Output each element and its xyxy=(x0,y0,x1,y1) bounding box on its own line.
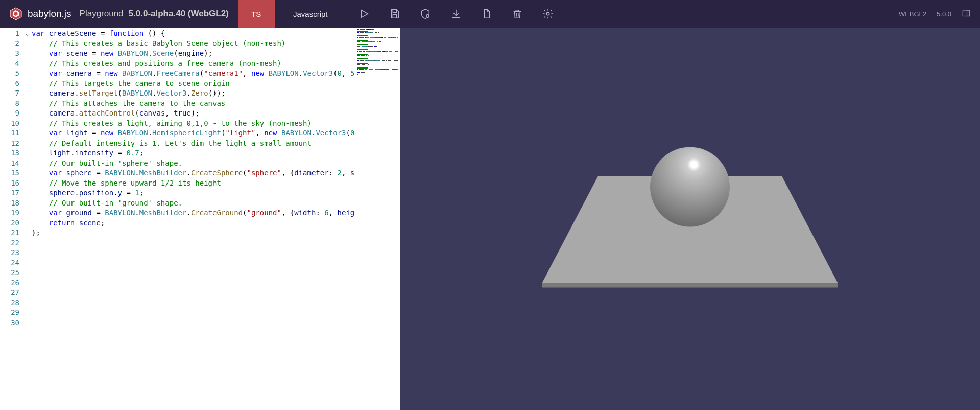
svg-rect-6 xyxy=(963,11,970,16)
app-header: babylon.js Playground 5.0.0-alpha.40 (We… xyxy=(0,0,980,28)
clear-icon[interactable] xyxy=(512,8,523,19)
svg-point-5 xyxy=(546,12,549,15)
svg-marker-9 xyxy=(542,283,838,287)
toolbar xyxy=(358,8,554,19)
settings-icon[interactable] xyxy=(542,8,554,19)
playground-label: Playground xyxy=(80,9,124,19)
tab-javascript[interactable]: Javascript xyxy=(275,0,346,28)
inspector-icon[interactable] xyxy=(420,8,431,19)
main: 1234567891011121314151617181920212223242… xyxy=(0,28,980,410)
brand-text: babylon.js xyxy=(28,8,71,19)
devtools-icon[interactable] xyxy=(962,9,971,18)
version-label: 5.0.0-alpha.40 (WebGL2) xyxy=(129,9,229,19)
babylon-logo-icon xyxy=(9,7,22,20)
svg-rect-7 xyxy=(967,11,970,16)
header-right: WEBGL2 5.0.0 xyxy=(899,9,980,18)
version-short: 5.0.0 xyxy=(937,10,951,18)
run-icon[interactable] xyxy=(358,8,370,19)
fold-column: ⌄ xyxy=(22,28,32,410)
webgl-badge: WEBGL2 xyxy=(899,10,926,18)
tab-typescript[interactable]: TS xyxy=(238,0,275,28)
code-editor[interactable]: 1234567891011121314151617181920212223242… xyxy=(0,28,400,410)
download-icon[interactable] xyxy=(450,8,462,19)
scene-sphere xyxy=(650,147,730,227)
svg-marker-3 xyxy=(361,10,368,18)
minimap[interactable] xyxy=(355,28,400,410)
line-gutter: 1234567891011121314151617181920212223242… xyxy=(0,28,22,410)
logo-section: babylon.js Playground 5.0.0-alpha.40 (We… xyxy=(0,0,238,28)
code-content[interactable]: var createScene = function () { // This … xyxy=(32,28,355,410)
new-icon[interactable] xyxy=(481,8,492,19)
render-canvas[interactable] xyxy=(400,28,980,410)
save-icon[interactable] xyxy=(389,8,400,19)
